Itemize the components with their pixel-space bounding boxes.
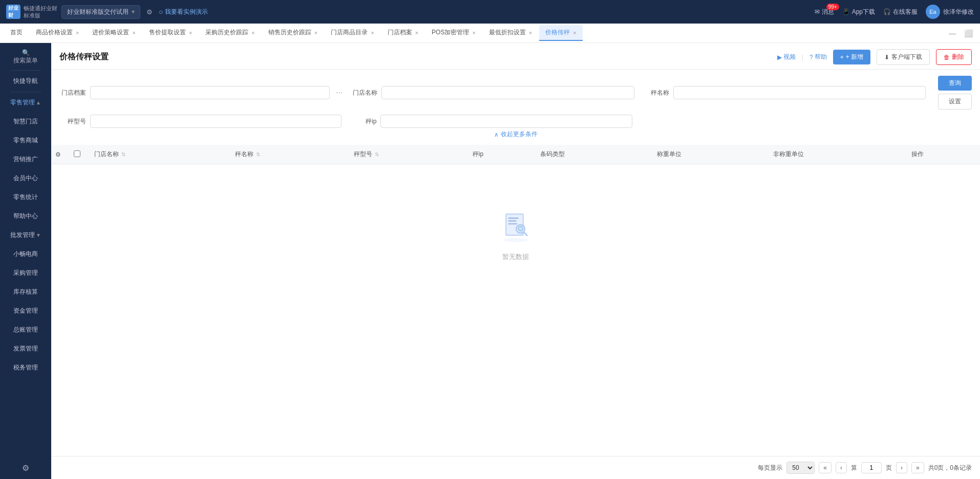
- set-button[interactable]: 设置: [938, 94, 972, 110]
- store-archive-input[interactable]: [90, 86, 330, 99]
- tab-store-profile-close[interactable]: ×: [415, 30, 418, 36]
- th-settings[interactable]: ⚙: [51, 145, 70, 164]
- online-service-label: 在线客服: [893, 8, 918, 16]
- tab-purchase-strategy[interactable]: 进价策略设置 ×: [86, 25, 141, 41]
- settings-gear-icon[interactable]: ⚙: [144, 6, 155, 18]
- user-area[interactable]: Ea 徐泽华修改: [926, 5, 974, 19]
- help-link[interactable]: ? 帮助: [809, 53, 827, 61]
- per-page-select[interactable]: 10 20 50 100: [786, 462, 815, 474]
- headset-icon: 🎧: [883, 8, 891, 15]
- sidebar-settings-icon[interactable]: ⚙: [22, 457, 29, 479]
- message-btn[interactable]: ✉ 消息 99+: [815, 8, 834, 16]
- tab-price-scale[interactable]: 价格传秤 ×: [539, 25, 582, 41]
- sidebar-item-help[interactable]: 帮助中心: [0, 207, 51, 226]
- tab-sale-price[interactable]: 售价提取设置 ×: [143, 25, 198, 41]
- tab-price-settings-close[interactable]: ×: [76, 30, 79, 36]
- sidebar-item-smart-store[interactable]: 智慧门店: [0, 112, 51, 131]
- demo-link-label: 我要看实例演示: [165, 8, 208, 16]
- next-page-btn[interactable]: ›: [896, 462, 907, 473]
- app-download-label: App下载: [852, 8, 875, 16]
- client-download-button[interactable]: ⬇ 客户端下载: [877, 49, 930, 65]
- th-checkbox[interactable]: [70, 145, 90, 164]
- sidebar-item-marketing[interactable]: 营销推广: [0, 150, 51, 169]
- store-name-input[interactable]: [381, 86, 634, 99]
- tab-purchase-strategy-close[interactable]: ×: [132, 30, 135, 36]
- sidebar-item-retail[interactable]: 零售管理 ▲: [0, 93, 51, 112]
- tab-window-controls: — ⬜: [946, 27, 976, 39]
- tab-purchase-history[interactable]: 采购历史价跟踪 ×: [199, 25, 261, 41]
- app-download-btn[interactable]: 📱 App下载: [842, 8, 875, 16]
- th-non-weight-unit: 非称重单位: [769, 145, 907, 164]
- sidebar-item-retail-shop[interactable]: 零售商城: [0, 131, 51, 150]
- tab-sale-price-close[interactable]: ×: [189, 30, 192, 36]
- tab-price-settings[interactable]: 商品价格设置 ×: [30, 25, 85, 41]
- add-button[interactable]: + + 新增: [833, 50, 870, 64]
- tab-store-profile[interactable]: 门店档案 ×: [381, 25, 424, 41]
- demo-link[interactable]: ○ 我要看实例演示: [159, 8, 208, 16]
- sidebar-item-retail-stats[interactable]: 零售统计: [0, 188, 51, 207]
- first-page-btn[interactable]: «: [819, 462, 832, 473]
- sidebar-item-xiaochange[interactable]: 小畅电商: [0, 245, 51, 264]
- app-name: 畅捷通好业财标准版: [24, 5, 57, 19]
- store-archive-label: 门店档案: [59, 89, 86, 97]
- minimize-icon[interactable]: —: [946, 27, 959, 39]
- th-barcode-type: 条码类型: [536, 145, 652, 164]
- sort-scale-name-icon[interactable]: ⇅: [256, 151, 260, 157]
- tab-min-discount-close[interactable]: ×: [529, 30, 532, 36]
- video-link[interactable]: ▶ 视频: [777, 53, 796, 61]
- tab-sale-history-close[interactable]: ×: [314, 30, 317, 36]
- tab-price-scale-close[interactable]: ×: [573, 30, 576, 36]
- online-service-btn[interactable]: 🎧 在线客服: [883, 8, 918, 16]
- top-bar: 好业财 畅捷通好业财标准版 好业财标准版交付试用 ▾ ⚙ ○ 我要看实例演示 ✉…: [0, 0, 980, 24]
- th-action: 操作: [907, 145, 980, 164]
- sidebar-item-finance[interactable]: 资金管理: [0, 301, 51, 320]
- last-page-btn[interactable]: »: [911, 462, 924, 473]
- tab-home[interactable]: 首页: [4, 25, 29, 41]
- query-button[interactable]: 查询: [938, 76, 972, 91]
- tab-store-catalog[interactable]: 门店商品目录 ×: [325, 25, 380, 41]
- content-area: 价格传秤设置 ▶ 视频 | ? 帮助 + + 新增 ⬇ 客户端下载: [51, 43, 980, 479]
- sidebar-quick-nav[interactable]: 快捷导航: [0, 72, 51, 91]
- empty-state-illustration: [495, 205, 536, 246]
- delete-button[interactable]: 🗑 删除: [936, 49, 972, 65]
- scale-name-input[interactable]: [673, 86, 926, 99]
- svg-rect-3: [508, 217, 519, 219]
- tab-min-discount[interactable]: 最低折扣设置 ×: [483, 25, 538, 41]
- sort-scale-model-icon[interactable]: ⇅: [375, 151, 379, 157]
- sidebar-item-member[interactable]: 会员中心: [0, 169, 51, 188]
- sidebar-item-invoice[interactable]: 发票管理: [0, 339, 51, 358]
- tab-pos-manage[interactable]: POS加密管理 ×: [425, 25, 482, 41]
- sidebar-item-tax[interactable]: 税务管理: [0, 358, 51, 377]
- tab-pos-manage-close[interactable]: ×: [472, 30, 475, 36]
- nav-tabs-bar: 首页 商品价格设置 × 进价策略设置 × 售价提取设置 × 采购历史价跟踪 × …: [0, 24, 980, 43]
- tab-purchase-history-close[interactable]: ×: [251, 30, 254, 36]
- store-archive-dots-icon[interactable]: ···: [336, 88, 343, 97]
- maximize-icon[interactable]: ⬜: [961, 27, 976, 39]
- search-icon: 🔍: [13, 49, 38, 56]
- message-icon: ✉: [815, 8, 820, 15]
- filter-collapse-btn[interactable]: ∧ 收起更多条件: [59, 130, 972, 139]
- prev-page-btn[interactable]: ‹: [836, 462, 847, 473]
- sidebar-item-wholesale[interactable]: 批发管理 ▼: [0, 226, 51, 245]
- product-selector[interactable]: 好业财标准版交付试用 ▾: [61, 5, 140, 19]
- sidebar-item-general-ledger[interactable]: 总账管理: [0, 320, 51, 339]
- retail-arrow-icon: ▲: [36, 100, 41, 105]
- sidebar-item-inventory[interactable]: 库存核算: [0, 282, 51, 301]
- sidebar-search[interactable]: 🔍 搜索菜单: [13, 45, 38, 69]
- scale-model-input[interactable]: [90, 115, 342, 128]
- add-icon: +: [840, 54, 844, 61]
- svg-rect-4: [508, 221, 517, 222]
- page-header-actions: ▶ 视频 | ? 帮助 + + 新增 ⬇ 客户端下载 🗑: [777, 49, 972, 65]
- sort-store-name-icon[interactable]: ⇅: [121, 151, 125, 157]
- select-all-checkbox[interactable]: [74, 150, 80, 157]
- th-store-name: 门店名称 ⇅: [90, 145, 231, 164]
- app-download-icon: 📱: [842, 8, 850, 15]
- per-page-label: 每页显示: [758, 464, 782, 472]
- page-number-input[interactable]: [861, 462, 882, 473]
- th-scale-ip: 秤ip: [468, 145, 537, 164]
- tab-store-catalog-close[interactable]: ×: [371, 30, 374, 36]
- sidebar: 🔍 搜索菜单 快捷导航 零售管理 ▲ 智慧门店 零售商城 营销推广 会员中心 零…: [0, 43, 51, 479]
- sidebar-item-purchase[interactable]: 采购管理: [0, 264, 51, 282]
- tab-sale-history[interactable]: 销售历史价跟踪 ×: [262, 25, 324, 41]
- scale-ip-input[interactable]: [380, 115, 632, 128]
